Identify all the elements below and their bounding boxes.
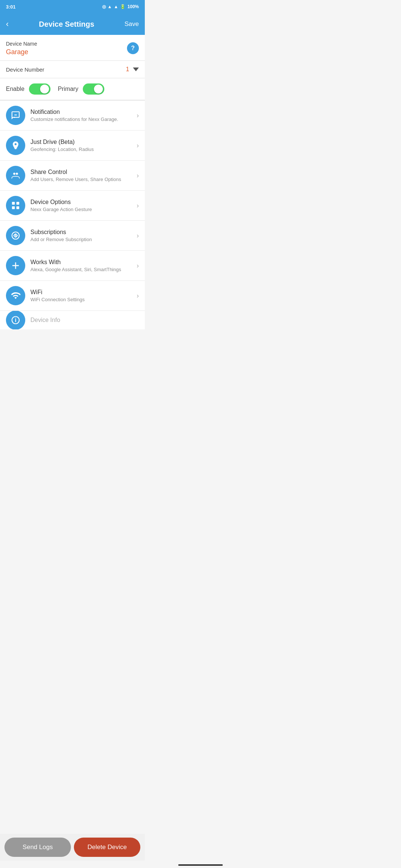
menu-item-device-info-partial[interactable]: i Device Info [0,311,145,329]
wifi-icon: ▲ [108,4,112,9]
device-name-label: Device Name [6,41,37,47]
page-title: Device Settings [39,20,94,29]
menu-item-device-options[interactable]: Device Options Nexx Garage Action Gestur… [0,191,145,221]
primary-label: Primary [58,86,78,92]
notification-title: Notification [30,109,137,115]
primary-toggle-group: Primary [58,83,104,95]
battery-percent: 100% [127,4,139,9]
svg-rect-7 [16,206,19,209]
device-name-section: Device Name Garage ? [0,35,145,61]
svg-point-3 [16,172,18,175]
enable-toggle[interactable] [29,83,50,95]
svg-point-2 [13,172,16,175]
menu-item-notification[interactable]: Notification Customize notifications for… [0,101,145,131]
primary-knob [94,85,103,93]
wifi-chevron-icon: › [137,292,139,300]
svg-text:i: i [15,317,16,323]
device-options-icon [6,196,25,215]
help-icon-button[interactable]: ? [127,42,139,54]
device-number-section: Device Number 1 [0,61,145,78]
location-icon: ◎ [102,4,106,9]
enable-toggle-group: Enable [6,83,50,95]
enable-knob [40,85,49,93]
device-options-title: Device Options [30,199,137,206]
just-drive-title: Just Drive (Beta) [30,139,137,145]
content: Device Name Garage ? Device Number 1 Ena… [0,35,145,329]
notification-subtitle: Customize notifications for Nexx Garage. [30,116,137,122]
wifi-title: WiFi [30,289,137,296]
menu-item-wifi[interactable]: WiFi WiFi Connection Settings › [0,281,145,311]
status-time: 3:01 [6,4,16,10]
svg-rect-6 [12,206,15,209]
just-drive-chevron-icon: › [137,142,139,149]
subscriptions-title: Subscriptions [30,229,137,236]
just-drive-icon [6,136,25,155]
dropdown-arrow-icon[interactable] [133,68,139,71]
toggle-section: Enable Primary [0,78,145,101]
subscriptions-chevron-icon: › [137,232,139,240]
device-info-partial-text: Device Info [30,317,60,323]
device-info-icon-partial: i [6,311,25,329]
signal-icon: ▲ [114,4,118,9]
svg-rect-5 [16,202,19,205]
wifi-menu-icon [6,286,25,305]
subscriptions-icon: $ [6,226,25,245]
device-options-subtitle: Nexx Garage Action Gesture [30,207,137,212]
device-name-value[interactable]: Garage [6,48,37,56]
header: ‹ Device Settings Save [0,13,145,35]
share-control-chevron-icon: › [137,172,139,180]
svg-rect-4 [12,202,15,205]
share-control-title: Share Control [30,169,137,175]
svg-text:$: $ [14,233,17,239]
works-with-subtitle: Alexa, Google Assistant, Siri, SmartThin… [30,267,137,272]
subscriptions-subtitle: Add or Remove Subscription [30,237,137,242]
works-with-chevron-icon: › [137,262,139,270]
enable-label: Enable [6,86,25,92]
just-drive-subtitle: Geofencing: Location, Radius [30,147,137,152]
primary-toggle[interactable] [83,83,104,95]
menu-item-subscriptions[interactable]: $ Subscriptions Add or Remove Subscripti… [0,221,145,251]
works-with-title: Works With [30,259,137,266]
menu-list: Notification Customize notifications for… [0,101,145,329]
svg-point-1 [14,148,17,149]
share-control-subtitle: Add Users, Remove Users, Share Options [30,177,137,182]
wifi-subtitle: WiFi Connection Settings [30,297,137,302]
battery-icon: 🔋 [120,4,125,9]
device-number-value: 1 [126,66,129,73]
menu-item-works-with[interactable]: Works With Alexa, Google Assistant, Siri… [0,251,145,281]
status-bar: 3:01 ◎ ▲ ▲ 🔋 100% [0,0,145,13]
notification-chevron-icon: › [137,112,139,119]
device-options-chevron-icon: › [137,202,139,210]
menu-item-just-drive[interactable]: Just Drive (Beta) Geofencing: Location, … [0,131,145,161]
svg-point-0 [14,117,15,118]
works-with-icon [6,256,25,275]
back-button[interactable]: ‹ [6,19,9,29]
status-right: ◎ ▲ ▲ 🔋 100% [102,4,139,9]
menu-item-share-control[interactable]: Share Control Add Users, Remove Users, S… [0,161,145,191]
share-control-icon [6,166,25,185]
save-button[interactable]: Save [124,20,139,28]
device-number-right[interactable]: 1 [126,66,139,73]
device-number-label: Device Number [6,66,44,73]
notification-icon [6,106,25,125]
